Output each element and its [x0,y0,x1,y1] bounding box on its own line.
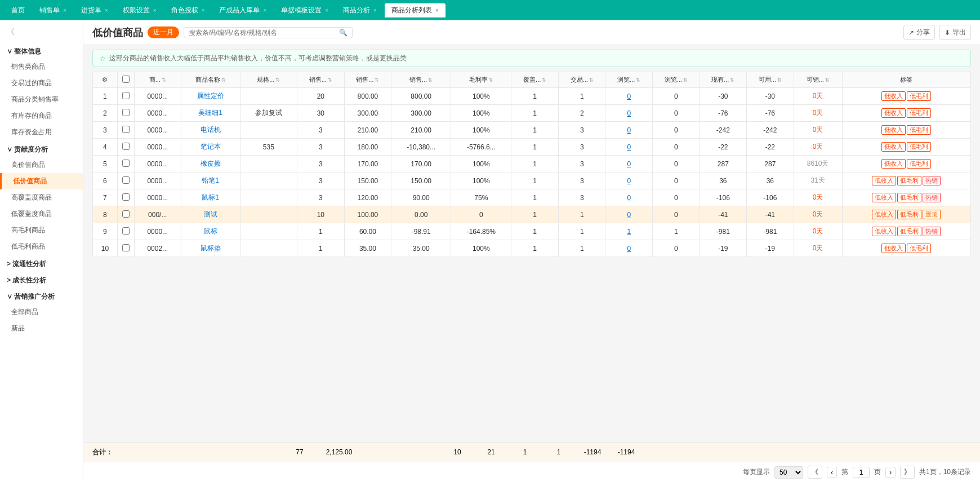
cell-checkbox[interactable] [117,88,134,105]
sidebar-item-low-value[interactable]: 低价值商品 [0,173,83,189]
close-icon[interactable]: × [373,7,377,14]
search-icon[interactable]: 🔍 [339,29,348,37]
nav-permission-settings[interactable]: 权限设置 × [116,3,163,17]
cell-saleable-days: 31天 [794,173,842,189]
nav-product-analysis-list[interactable]: 商品分析列表 × [385,3,446,17]
cell-current: -106 [700,189,747,206]
cell-name[interactable]: 笔记本 [181,139,240,156]
export-button[interactable]: ⬇ 导出 [939,25,971,40]
nav-product-warehousing[interactable]: 产成品入库单 × [212,3,273,17]
sidebar-group-growth[interactable]: > 成长性分析 [0,271,83,288]
sidebar-item-high-margin[interactable]: 高毛利商品 [0,222,83,238]
close-icon[interactable]: × [202,7,205,14]
nav-sales-order[interactable]: 销售单 × [33,3,73,17]
sidebar-group-marketing[interactable]: ∨ 营销推广分析 [0,288,83,304]
col-settings[interactable]: ⚙ [93,72,118,88]
cell-view1[interactable]: 0 [605,173,653,189]
sidebar-item-stocked-products[interactable]: 有库存的商品 [0,108,83,124]
cell-spec: 参加复试 [240,105,297,122]
cell-view1[interactable]: 0 [605,88,653,105]
row-checkbox[interactable] [122,176,130,184]
sidebar-item-high-coverage[interactable]: 高覆盖度商品 [0,189,83,206]
cell-spec: 535 [240,139,297,156]
close-icon[interactable]: × [263,7,266,14]
sidebar-item-low-coverage[interactable]: 低覆盖度商品 [0,206,83,222]
filter-button[interactable]: 近一月 [148,26,179,38]
close-icon[interactable]: × [325,7,328,14]
row-checkbox[interactable] [122,126,130,133]
sidebar-item-traded-products[interactable]: 交易过的商品 [0,75,83,91]
nav-purchase-order[interactable]: 进货单 × [74,3,115,17]
prev-page-button[interactable]: ‹ [827,467,837,478]
collapse-button[interactable]: 《 [5,25,17,39]
cell-view1[interactable]: 0 [605,189,653,206]
cell-view1[interactable]: 0 [605,105,653,122]
page-number-input[interactable] [853,467,870,478]
row-checkbox[interactable] [122,160,130,167]
nav-template-settings[interactable]: 单据模板设置 × [274,3,335,17]
cell-view1[interactable]: 0 [605,240,653,257]
select-all-checkbox[interactable] [122,76,130,83]
share-button[interactable]: ↗ 分享 [903,25,935,40]
cell-checkbox[interactable] [117,122,134,139]
first-page-button[interactable]: 《 [808,466,822,479]
sidebar-item-inventory-capital[interactable]: 库存资金占用 [0,124,83,140]
cell-checkbox[interactable] [117,206,134,223]
cell-name[interactable]: 测试 [181,206,240,223]
page-size-select[interactable]: 50 100 [774,466,803,479]
cell-name[interactable]: 橡皮擦 [181,156,240,173]
close-icon[interactable]: × [63,7,66,14]
sidebar-item-low-margin[interactable]: 低毛利商品 [0,238,83,255]
row-checkbox[interactable] [122,109,130,116]
close-icon[interactable]: × [153,7,157,14]
cell-checkbox[interactable] [117,240,134,257]
sidebar-item-all-products[interactable]: 全部商品 [0,304,83,320]
cell-name[interactable]: 鼠标 [181,223,240,240]
cell-spec [240,173,297,189]
cell-name[interactable]: 铅笔1 [181,173,240,189]
col-sales-qty: 销售...⇅ [297,72,345,88]
nav-role-auth[interactable]: 角色授权 × [164,3,212,17]
row-checkbox[interactable] [122,244,130,251]
cell-view1[interactable]: 0 [605,139,653,156]
cell-checkbox[interactable] [117,223,134,240]
cell-code: 0000... [134,88,181,105]
cell-name[interactable]: 鼠标垫 [181,240,240,257]
cell-checkbox[interactable] [117,156,134,173]
search-input[interactable] [189,29,337,37]
cell-checkbox[interactable] [117,139,134,156]
sidebar-group-circulation[interactable]: > 流通性分析 [0,255,83,271]
col-select-all[interactable] [117,72,134,88]
close-icon[interactable]: × [105,7,108,14]
row-checkbox[interactable] [122,227,130,235]
cell-name[interactable]: 鼠标1 [181,189,240,206]
cell-view1[interactable]: 0 [605,206,653,223]
cell-name[interactable]: 电话机 [181,122,240,139]
last-page-button[interactable]: 》 [900,466,915,479]
sidebar-item-high-value[interactable]: 高价值商品 [0,157,83,173]
cell-no: 5 [93,156,118,173]
cell-checkbox[interactable] [117,189,134,206]
cell-checkbox[interactable] [117,173,134,189]
row-checkbox[interactable] [122,92,130,99]
nav-product-analysis[interactable]: 商品分析 × [336,3,384,17]
next-page-button[interactable]: › [885,467,896,478]
cell-view1[interactable]: 0 [605,156,653,173]
cell-view2: 0 [653,105,700,122]
row-checkbox[interactable] [122,193,130,201]
cell-checkbox[interactable] [117,105,134,122]
sidebar-item-sales-products[interactable]: 销售类商品 [0,59,83,75]
close-icon[interactable]: × [435,7,439,14]
cell-tags: 低收入低毛利置顶 [842,206,970,223]
cell-name[interactable]: 属性定价 [181,88,240,105]
sidebar-item-new-products[interactable]: 新品 [0,320,83,337]
cell-view1[interactable]: 0 [605,122,653,139]
nav-home[interactable]: 首页 [5,3,32,17]
cell-view1[interactable]: 1 [605,223,653,240]
sidebar-item-category-sales-rate[interactable]: 商品分类销售率 [0,91,83,108]
sidebar-group-overall[interactable]: ∨ 整体信息 [0,42,83,59]
row-checkbox[interactable] [122,143,130,150]
cell-name[interactable]: 吴细细1 [181,105,240,122]
row-checkbox[interactable] [122,210,130,218]
sidebar-group-contribution[interactable]: ∨ 贡献度分析 [0,140,83,157]
